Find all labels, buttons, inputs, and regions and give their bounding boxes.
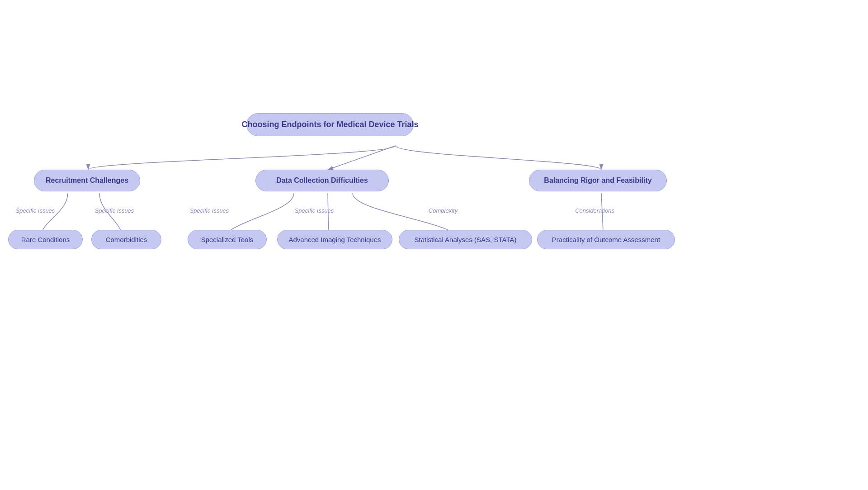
practicality-node: Practicality of Outcome Assessment bbox=[537, 230, 675, 249]
recruitment-challenges-node: Recruitment Challenges bbox=[34, 170, 140, 191]
comorbidities-node: Comorbidities bbox=[91, 230, 161, 249]
rare-conditions-node: Rare Conditions bbox=[8, 230, 83, 249]
balancing-rigor-node: Balancing Rigor and Feasibility bbox=[529, 170, 667, 191]
edge-label-to-comorbidities: Specific Issues bbox=[90, 207, 139, 214]
edge-label-to-advanced: Specific Issues bbox=[289, 207, 339, 214]
edge-label-to-specialized: Specific Issues bbox=[184, 207, 234, 214]
diagram-container: Choosing Endpoints for Medical Device Tr… bbox=[0, 0, 868, 490]
edge-label-to-rare: Specific Issues bbox=[13, 207, 58, 214]
edge-label-to-statistical: Complexity bbox=[420, 207, 466, 214]
root-node: Choosing Endpoints for Medical Device Tr… bbox=[246, 113, 414, 136]
advanced-imaging-node: Advanced Imaging Techniques bbox=[277, 230, 392, 249]
edge-label-to-practicality: Considerations bbox=[569, 207, 621, 214]
specialized-tools-node: Specialized Tools bbox=[188, 230, 267, 249]
data-collection-node: Data Collection Difficulties bbox=[255, 170, 389, 191]
statistical-analyses-node: Statistical Analyses (SAS, STATA) bbox=[399, 230, 532, 249]
